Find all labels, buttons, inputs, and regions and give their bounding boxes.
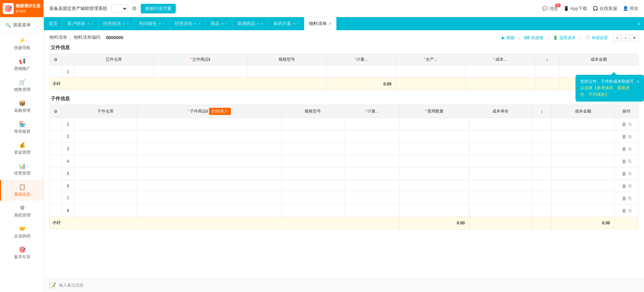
delete-icon[interactable]: 🗑 bbox=[622, 146, 627, 152]
tab-close-icon[interactable]: × bbox=[297, 22, 299, 26]
tabs-bar: 首页 客户联络 ▾ × 经营情况 ▾ × 利润报告 ▾ × 经营历程 ▾ × 商… bbox=[44, 17, 644, 30]
child-row-goods[interactable] bbox=[137, 118, 281, 130]
delete-icon[interactable]: 🗑 bbox=[622, 121, 627, 127]
tab-label: 物料清单 bbox=[309, 21, 327, 27]
parent-table: ⚙ 父件仓库 *父件商品ℹ 规格型号 *计量... *生产... *成本... … bbox=[49, 54, 639, 90]
cost-label: 提取成本 bbox=[559, 35, 576, 41]
sidebar-item-operations[interactable]: 📊 经营管理 bbox=[0, 159, 44, 180]
video-action[interactable]: ▶ 视频 bbox=[502, 35, 515, 41]
child-row-warehouse[interactable] bbox=[74, 118, 137, 130]
delete-icon[interactable]: 🗑 bbox=[622, 134, 627, 139]
shortcut-action[interactable]: ⌨ 快捷键 bbox=[524, 35, 543, 41]
gear-icon[interactable]: ⚙ bbox=[132, 5, 137, 12]
copy-icon[interactable]: ⎘ bbox=[629, 159, 631, 164]
setting-action[interactable]: 📄 单据设置 bbox=[585, 35, 608, 41]
parent-row-unit[interactable] bbox=[326, 66, 396, 78]
child-row-unit[interactable] bbox=[344, 118, 399, 130]
tab-close-icon[interactable]: × bbox=[163, 22, 165, 26]
parent-th-gear[interactable]: ⚙ bbox=[50, 54, 62, 66]
sidebar-item-basics[interactable]: 📋 基础信息 bbox=[0, 180, 44, 201]
parent-row-produce[interactable] bbox=[396, 66, 465, 78]
copy-icon[interactable]: ⎘ bbox=[629, 196, 631, 201]
nav-next-button[interactable]: › bbox=[622, 34, 629, 41]
tab-customer[interactable]: 客户联络 ▾ × bbox=[63, 17, 98, 30]
child-th-spec: 规格型号 bbox=[281, 105, 344, 118]
child-row-goods[interactable] bbox=[137, 130, 281, 143]
sidebar-item-sales[interactable]: 🛒 销售管理 bbox=[0, 75, 44, 96]
sidebar-item-inventory[interactable]: 🏪 库存核算 bbox=[0, 117, 44, 138]
delete-icon[interactable]: 🗑 bbox=[622, 171, 627, 176]
tab-close-icon[interactable]: × bbox=[198, 22, 200, 26]
cost-action[interactable]: 💲 提取成本 bbox=[553, 35, 576, 41]
tab-close-icon[interactable]: × bbox=[127, 22, 129, 26]
sidebar-item-collab[interactable]: 🤝 企业协同 bbox=[0, 222, 44, 243]
system-select[interactable] bbox=[111, 4, 128, 13]
child-row-unit[interactable] bbox=[344, 130, 399, 143]
child-row-unit-cost[interactable] bbox=[469, 118, 532, 130]
tab-history[interactable]: 经营历程 ▾ × bbox=[170, 17, 206, 30]
sidebar-item-quick-nav[interactable]: ⚡ 快捷导航 bbox=[0, 33, 44, 54]
child-th-unit: *计量... bbox=[344, 105, 399, 118]
tab-profit[interactable]: 利润报告 ▾ × bbox=[134, 17, 170, 30]
sidebar-item-marketing[interactable]: 📢 营销推广 bbox=[0, 54, 44, 75]
delete-icon[interactable]: 🗑 bbox=[622, 159, 627, 164]
copy-icon[interactable]: ⎘ bbox=[629, 171, 631, 176]
search-icon: 🔍 bbox=[5, 23, 11, 28]
child-row-warehouse[interactable] bbox=[74, 130, 137, 143]
guide-icon: 🎯 bbox=[19, 246, 26, 253]
app-download-button[interactable]: 📱 App下载 bbox=[564, 5, 587, 12]
parent-row-goods[interactable] bbox=[153, 66, 247, 78]
copy-icon[interactable]: ⎘ bbox=[629, 121, 631, 127]
parent-th-produce: *生产... bbox=[396, 54, 465, 66]
tab-close-icon[interactable]: × bbox=[329, 22, 331, 26]
tooltip-close-button[interactable]: × bbox=[636, 78, 639, 85]
sidebar-item-guide[interactable]: 🎯 新手引导 bbox=[0, 243, 44, 264]
child-row-qty[interactable] bbox=[399, 130, 469, 143]
parent-row-warehouse[interactable] bbox=[74, 66, 153, 78]
tab-close-icon[interactable]: × bbox=[261, 22, 263, 26]
tab-close-icon[interactable]: × bbox=[91, 22, 93, 26]
parent-row-cost[interactable] bbox=[465, 66, 535, 78]
bottom-bar-label: 输入备注信息 bbox=[59, 282, 84, 288]
tab-label: 新增商品 bbox=[237, 21, 255, 27]
child-th-gear[interactable]: ⚙ bbox=[50, 105, 62, 118]
user-menu-button[interactable]: 👤 用友 bbox=[623, 5, 639, 12]
tab-close-icon[interactable]: × bbox=[225, 22, 227, 26]
tab-bom[interactable]: 物料清单 × bbox=[304, 17, 336, 30]
nav-prev-button[interactable]: ‹ bbox=[614, 34, 621, 41]
parent-subtotal-empty1 bbox=[396, 78, 465, 90]
delete-icon[interactable]: 🗑 bbox=[622, 183, 627, 189]
tab-home[interactable]: 首页 bbox=[44, 17, 63, 30]
copy-icon[interactable]: ⎘ bbox=[629, 208, 631, 213]
parent-row-spec[interactable] bbox=[247, 66, 326, 78]
online-service-button[interactable]: 🎧 在线客服 bbox=[593, 5, 617, 12]
search-menu-button[interactable]: 🔍 搜索菜单 bbox=[3, 20, 41, 30]
child-row-spec[interactable] bbox=[281, 130, 344, 143]
trial-button[interactable]: 体验行业方案 bbox=[141, 4, 176, 13]
sidebar-item-purchase[interactable]: 📦 采购管理 bbox=[0, 96, 44, 117]
child-row-sort bbox=[532, 130, 552, 143]
breadcrumb-separator: | bbox=[70, 35, 71, 40]
tab-operations[interactable]: 经营情况 ▾ × bbox=[98, 17, 134, 30]
copy-icon[interactable]: ⎘ bbox=[629, 134, 631, 139]
delete-icon[interactable]: 🗑 bbox=[622, 208, 627, 213]
tab-label: 利润报告 bbox=[139, 21, 157, 27]
sidebar-item-finance[interactable]: 💰 资金管理 bbox=[0, 138, 44, 159]
note-icon: 📝 bbox=[49, 282, 56, 289]
sidebar-item-system[interactable]: ⚙ 系统管理 bbox=[0, 201, 44, 222]
nav-list-button[interactable]: ≡ bbox=[630, 34, 639, 41]
child-row-unit-cost[interactable] bbox=[469, 130, 532, 143]
delete-icon[interactable]: 🗑 bbox=[622, 196, 627, 201]
child-row-spec[interactable] bbox=[281, 118, 344, 130]
tab-barcode[interactable]: 条码方案 ▾ × bbox=[269, 17, 304, 30]
close-all-tabs-button[interactable]: ≡ bbox=[634, 17, 644, 30]
child-row-qty[interactable] bbox=[399, 118, 469, 130]
child-subtotal-sort bbox=[532, 217, 552, 229]
copy-icon[interactable]: ⎘ bbox=[629, 183, 631, 189]
message-button[interactable]: 💬 消息 6 bbox=[542, 5, 558, 12]
tab-goods[interactable]: 商品 ▾ × bbox=[206, 17, 233, 30]
tab-new-goods[interactable]: 新增商品 ▾ × bbox=[233, 17, 268, 30]
copy-icon[interactable]: ⎘ bbox=[629, 146, 631, 152]
message-badge: 6 bbox=[555, 3, 561, 7]
scan-input-button[interactable]: 扫码录入 bbox=[209, 108, 231, 115]
